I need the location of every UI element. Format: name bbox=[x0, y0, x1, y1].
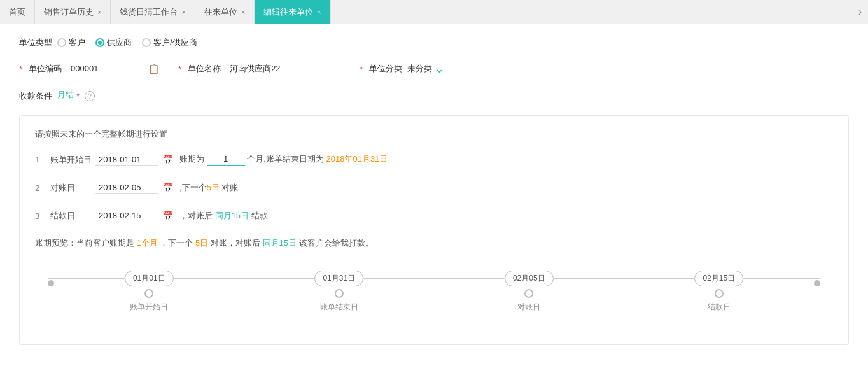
payment-terms-row: 收款条件 月结 ▾ ? bbox=[19, 89, 849, 102]
period-row-1: 1 账单开始日 📅 账期为 个月,账单结束日期为 2018年01月31日 bbox=[35, 153, 833, 166]
period-num-1: 1 bbox=[35, 155, 50, 164]
payment-terms-value: 月结 bbox=[57, 89, 74, 101]
radio-label-supplier: 供应商 bbox=[107, 37, 132, 48]
period-num-3: 3 bbox=[35, 211, 50, 221]
preview-text: 账期预览：当前客户账期是 1个月 ，下一个 5日 对账，对账后 同月15日 该客… bbox=[35, 237, 833, 249]
unit-type-label: 单位类型 bbox=[19, 37, 52, 48]
unit-name-label: 单位名称 bbox=[188, 63, 221, 74]
period-desc-1: 账期为 个月,账单结束日期为 2018年01月31日 bbox=[179, 153, 388, 166]
start-date-calendar-icon[interactable]: 📅 bbox=[162, 155, 173, 165]
tabs-bar: 首页 销售订单历史 × 钱货日清工作台 × 往来单位 × 编辑往来单位 × › bbox=[0, 0, 868, 24]
payment-day-highlight: 同月15日 bbox=[215, 211, 249, 220]
end-dot bbox=[814, 280, 820, 286]
timeline-badge-1: 01月01日 bbox=[125, 271, 174, 286]
radio-label-both: 客户/供应商 bbox=[153, 37, 197, 48]
timeline-circle-4 bbox=[715, 289, 724, 298]
radio-group: 客户 供应商 客户/供应商 bbox=[57, 37, 197, 48]
radio-both[interactable]: 客户/供应商 bbox=[142, 37, 197, 48]
timeline-sublabel-2: 账单结束日 bbox=[320, 302, 358, 313]
radio-circle-both bbox=[142, 38, 151, 47]
radio-label-customer: 客户 bbox=[69, 37, 85, 48]
period-row-2: 2 对账日 📅 ,下一个5日 对账 bbox=[35, 181, 833, 194]
payment-date-input[interactable] bbox=[95, 209, 158, 222]
reconcile-date-calendar-icon[interactable]: 📅 bbox=[162, 183, 173, 193]
unit-name-input[interactable] bbox=[226, 61, 340, 76]
payment-date-calendar-icon[interactable]: 📅 bbox=[162, 211, 173, 221]
timeline-circle-2 bbox=[335, 289, 344, 298]
tab-cash-workbench[interactable]: 钱货日清工作台 × bbox=[111, 0, 195, 24]
period-month-input[interactable] bbox=[207, 153, 245, 166]
tab-close-sales[interactable]: × bbox=[97, 8, 101, 16]
timeline-node-1: 01月01日 账单开始日 bbox=[54, 271, 244, 313]
main-content: 单位类型 客户 供应商 客户/供应商 * 单位编码 bbox=[0, 24, 868, 387]
timeline-badge-3: 02月05日 bbox=[505, 271, 554, 286]
chevron-down-icon: ⌄ bbox=[435, 62, 444, 76]
period-label-3: 结款日 bbox=[50, 210, 95, 222]
start-date-input[interactable] bbox=[95, 153, 158, 166]
unit-code-label: 单位编码 bbox=[29, 63, 62, 74]
unit-type-row: 单位类型 客户 供应商 客户/供应商 bbox=[19, 37, 849, 48]
unit-code-star: * bbox=[19, 64, 22, 74]
unit-name-group: * 单位名称 bbox=[178, 61, 340, 76]
radio-customer[interactable]: 客户 bbox=[57, 37, 85, 48]
timeline-node-2: 01月31日 账单结束日 bbox=[244, 271, 435, 313]
unit-code-group: * 单位编码 📋 bbox=[19, 61, 159, 76]
timeline-badge-2: 01月31日 bbox=[314, 271, 363, 286]
payment-terms-group: 收款条件 月结 ▾ ? bbox=[19, 89, 95, 102]
period-label-2: 对账日 bbox=[50, 182, 95, 194]
timeline-sublabel-4: 结款日 bbox=[708, 302, 731, 313]
tab-more-button[interactable]: › bbox=[852, 0, 868, 24]
tab-close-edit[interactable]: × bbox=[317, 8, 321, 16]
period-row-3: 3 结款日 📅 ，对账后 同月15日 结款 bbox=[35, 209, 833, 222]
timeline-sublabel-3: 对账日 bbox=[517, 302, 540, 313]
unit-category-label: 单位分类 bbox=[369, 63, 402, 74]
timeline-circle-3 bbox=[524, 289, 533, 298]
preview-period-highlight: 1个月 bbox=[137, 238, 158, 248]
radio-circle-supplier bbox=[95, 38, 104, 47]
preview-payment-highlight: 同月15日 bbox=[263, 238, 297, 248]
period-card: 请按照未来的一个完整帐期进行设置 1 账单开始日 📅 账期为 个月,账单结束日期… bbox=[19, 115, 849, 345]
period-label-1: 账单开始日 bbox=[50, 154, 95, 165]
timeline-badge-4: 02月15日 bbox=[694, 271, 743, 286]
help-icon[interactable]: ? bbox=[85, 91, 95, 101]
start-dot bbox=[48, 280, 54, 286]
reconcile-date-input[interactable] bbox=[95, 181, 158, 194]
unit-category-group: * 单位分类 未分类 ⌄ bbox=[360, 62, 444, 76]
reconcile-day-highlight: 5日 bbox=[207, 183, 220, 192]
unit-info-row: * 单位编码 📋 * 单位名称 * 单位分类 未分类 ⌄ bbox=[19, 61, 849, 76]
unit-type-group: 单位类型 客户 供应商 客户/供应商 bbox=[19, 37, 197, 48]
preview-reconcile-highlight: 5日 bbox=[195, 238, 208, 248]
period-desc-2: ,下一个5日 对账 bbox=[179, 182, 238, 194]
tab-partner-units[interactable]: 往来单位 × bbox=[195, 0, 255, 24]
timeline-nodes: 01月01日 账单开始日 01月31日 账单结束日 02月05日 bbox=[48, 271, 820, 313]
tab-close-partner[interactable]: × bbox=[241, 8, 245, 16]
unit-code-input[interactable] bbox=[67, 61, 143, 76]
timeline-start-dot bbox=[48, 280, 54, 286]
tab-home[interactable]: 首页 bbox=[0, 0, 35, 24]
unit-name-star: * bbox=[178, 64, 181, 74]
tab-sales-history[interactable]: 销售订单历史 × bbox=[35, 0, 111, 24]
radio-supplier[interactable]: 供应商 bbox=[95, 37, 132, 48]
timeline-end-dot bbox=[814, 280, 820, 286]
bill-end-date-highlight: 2018年01月31日 bbox=[326, 154, 388, 164]
tab-edit-partner[interactable]: 编辑往来单位 × bbox=[255, 0, 330, 24]
timeline: 01月01日 账单开始日 01月31日 账单结束日 02月05日 bbox=[35, 264, 833, 332]
unit-category-select[interactable]: 未分类 ⌄ bbox=[407, 62, 444, 76]
timeline-node-4: 02月15日 结款日 bbox=[624, 271, 815, 313]
period-desc-3: ，对账后 同月15日 结款 bbox=[179, 210, 268, 222]
card-title: 请按照未来的一个完整帐期进行设置 bbox=[35, 129, 833, 140]
period-num-2: 2 bbox=[35, 183, 50, 193]
unit-category-value: 未分类 bbox=[407, 63, 432, 74]
timeline-node-3: 02月05日 对账日 bbox=[434, 271, 624, 313]
timeline-circle-1 bbox=[144, 289, 153, 298]
payment-terms-label: 收款条件 bbox=[19, 90, 52, 102]
copy-icon[interactable]: 📋 bbox=[148, 64, 159, 74]
payment-terms-chevron: ▾ bbox=[76, 92, 80, 99]
unit-category-star: * bbox=[360, 64, 363, 74]
payment-terms-select[interactable]: 月结 ▾ bbox=[57, 89, 80, 102]
timeline-sublabel-1: 账单开始日 bbox=[130, 302, 168, 313]
tab-close-cash[interactable]: × bbox=[181, 8, 185, 16]
radio-circle-customer bbox=[57, 38, 66, 47]
